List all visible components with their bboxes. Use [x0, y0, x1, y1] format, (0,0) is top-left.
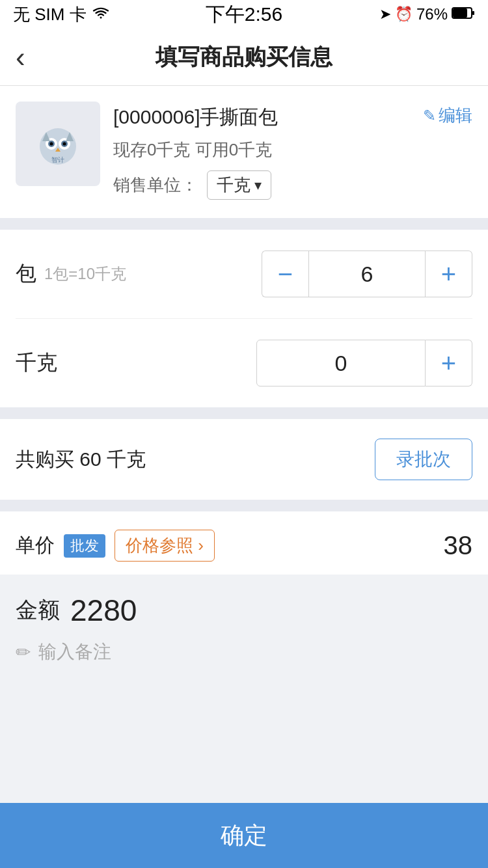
- input-section: 包 1包=10千克 − 6 + 千克 0 +: [0, 230, 488, 407]
- bag-minus-button[interactable]: −: [262, 251, 308, 297]
- bag-label-group: 包 1包=10千克: [16, 260, 126, 288]
- price-ref-button[interactable]: 价格参照 ›: [115, 530, 215, 562]
- svg-point-9: [63, 142, 66, 146]
- price-value: 38: [444, 531, 473, 560]
- svg-rect-1: [453, 8, 467, 18]
- back-button[interactable]: ‹: [16, 41, 25, 74]
- unit-value: 千克: [217, 174, 251, 197]
- bag-qty-value: 6: [361, 262, 373, 287]
- status-right: ➤ ⏰ 76%: [379, 5, 475, 23]
- status-bar: 无 SIM 卡 下午2:56 ➤ ⏰ 76%: [0, 0, 488, 29]
- edit-icon: ✎: [423, 107, 436, 125]
- price-section: 单价 批发 价格参照 › 38: [0, 511, 488, 575]
- amount-value: 2280: [70, 593, 137, 628]
- unit-select[interactable]: 千克 ▾: [207, 170, 271, 200]
- divider-2: [0, 407, 488, 419]
- bag-qty-input[interactable]: 6: [308, 251, 426, 297]
- kg-plus-button[interactable]: +: [426, 340, 472, 387]
- note-label: 输入备注: [38, 640, 111, 664]
- product-header: [0000006]手撕面包 ✎ 编辑: [113, 104, 472, 131]
- kg-qty-value: 0: [335, 351, 347, 376]
- edit-button[interactable]: ✎ 编辑: [423, 104, 472, 127]
- product-stock: 现存0千克 可用0千克: [113, 139, 472, 161]
- divider-1: [0, 218, 488, 230]
- battery-icon: [452, 5, 475, 23]
- kg-qty-input[interactable]: 0: [256, 340, 426, 387]
- product-info: [0000006]手撕面包 ✎ 编辑 现存0千克 可用0千克 销售单位： 千克 …: [113, 102, 472, 200]
- price-row: 单价 批发 价格参照 › 38: [16, 530, 472, 562]
- no-sim-text: 无 SIM 卡: [13, 3, 87, 26]
- nav-bar: ‹ 填写商品购买信息: [0, 29, 488, 86]
- batch-btn-label: 录批次: [396, 449, 451, 469]
- plus-icon: +: [441, 260, 456, 289]
- back-icon: ‹: [16, 41, 25, 73]
- location-icon: ➤: [379, 6, 391, 23]
- svg-text:智计: 智计: [51, 156, 64, 163]
- amount-section: 金额 2280 ✏ 输入备注: [0, 575, 488, 673]
- summary-text: 共购买 60 千克: [16, 446, 146, 473]
- price-label: 单价: [16, 532, 55, 559]
- product-card: 智计 [0000006]手撕面包 ✎ 编辑 现存0千克 可用0千克 销售单位： …: [0, 86, 488, 218]
- product-name: [0000006]手撕面包: [113, 104, 278, 131]
- kg-qty-control: 0 +: [256, 340, 472, 387]
- plus-icon-kg: +: [441, 349, 456, 378]
- batch-tag: 批发: [64, 534, 105, 558]
- bag-qty-control: − 6 +: [262, 251, 472, 297]
- kg-label-group: 千克: [16, 349, 57, 377]
- price-label-group: 单价 批发 价格参照 ›: [16, 530, 215, 562]
- price-ref-label: 价格参照 ›: [126, 534, 204, 557]
- kg-input-row: 千克 0 +: [16, 319, 472, 407]
- minus-icon: −: [278, 260, 293, 289]
- note-row[interactable]: ✏ 输入备注: [16, 640, 472, 664]
- amount-row: 金额 2280: [16, 593, 472, 628]
- divider-3: [0, 500, 488, 511]
- alarm-icon: ⏰: [395, 6, 413, 23]
- unit-label: 销售单位：: [113, 174, 198, 197]
- status-time: 下午2:56: [206, 1, 282, 28]
- page-title: 填写商品购买信息: [156, 42, 332, 72]
- svg-rect-2: [472, 11, 474, 15]
- bag-label: 包: [16, 260, 36, 288]
- bag-plus-button[interactable]: +: [426, 251, 472, 297]
- bag-hint: 1包=10千克: [44, 264, 126, 284]
- wifi-icon: [92, 5, 110, 25]
- pencil-icon: ✏: [16, 642, 31, 663]
- bag-input-row: 包 1包=10千克 − 6 +: [16, 230, 472, 319]
- product-image: 智计: [16, 102, 100, 186]
- edit-label: 编辑: [439, 104, 472, 127]
- product-unit-row: 销售单位： 千克 ▾: [113, 170, 472, 200]
- chevron-down-icon: ▾: [254, 177, 262, 194]
- batch-button[interactable]: 录批次: [375, 439, 472, 480]
- confirm-button[interactable]: 确定: [0, 803, 488, 868]
- amount-label: 金额: [16, 595, 60, 625]
- battery-percent: 76%: [416, 5, 448, 23]
- confirm-btn-label: 确定: [221, 820, 267, 852]
- status-left: 无 SIM 卡: [13, 3, 110, 26]
- svg-point-8: [50, 142, 53, 146]
- summary-section: 共购买 60 千克 录批次: [0, 419, 488, 500]
- kg-label: 千克: [16, 349, 57, 377]
